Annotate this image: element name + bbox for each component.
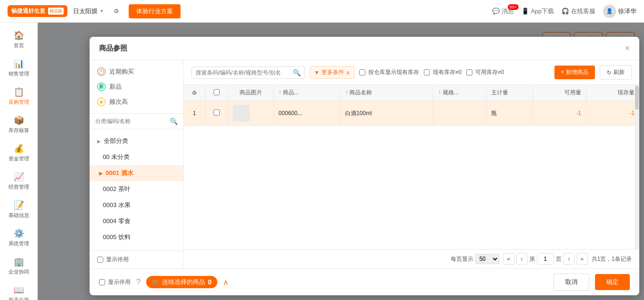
available-stock-filter[interactable]: 可用库存≠0 [466,68,504,76]
sidebar-item-finance[interactable]: 💰 资金管理 [1,140,37,166]
user-menu[interactable]: 👤 徐泽华 [603,5,636,18]
category-item-snack[interactable]: 0004 零食 [90,213,183,229]
trial-button[interactable]: 体验行业方案 [129,4,181,18]
sidebar-item-basic[interactable]: 📝 基础信息 [1,196,37,223]
table-row[interactable]: 1 000600... 白酒100ml 瓶 -1 [184,101,639,126]
cancel-button[interactable]: 取消 [553,274,589,291]
sidebar-item-collab[interactable]: 🏢 企业协同 [1,253,37,279]
row-spec [433,101,487,126]
service-button[interactable]: 🎧 在线客服 [561,7,595,16]
warehouse-stock-filter[interactable]: 按仓库显示现有库存 [359,68,419,76]
category-item-beverage[interactable]: 0005 饮料 [90,229,183,245]
confirm-button[interactable]: 确定 [595,274,630,290]
product-search-icon[interactable]: 🔍 [293,69,301,76]
modal-footer: 显示停用 ? 🛒 连续选择的商品 0 ∧ 取消 确定 [90,268,639,295]
row-num: 1 [184,101,205,126]
next-page-button[interactable]: › [563,253,575,265]
sidebar-item-guide-label: 新手引导 [8,297,29,300]
row-unit: 瓶 [487,101,533,126]
refresh-icon: ↻ [607,69,611,76]
app-label: App下载 [531,7,554,16]
warehouse-stock-label: 按仓库显示现有库存 [368,68,419,76]
page-navigation: « ‹ 第 页 › » [503,253,588,265]
category-item-all[interactable]: ▶ 全部分类 [90,133,183,149]
frequent-tab[interactable]: ★ 频次高 [90,94,183,109]
water-label: 0008 水 [103,249,124,250]
app-download-button[interactable]: 📱 App下载 [521,7,554,16]
sidebar-item-system[interactable]: ⚙️ 系统管理 [1,225,37,251]
sort-name-icon: ↑ [345,89,348,96]
recent-label: 近期购买 [109,67,134,76]
product-reference-modal: 商品参照 × 🕐 近期购买 新 新品 [90,37,639,295]
sidebar-item-sales[interactable]: 📊 销售管理 [1,55,37,81]
per-page-label: 每页显示 [451,255,473,263]
show-disabled-footer-checkbox[interactable] [99,279,105,285]
category-item-unclassified[interactable]: 00 未分类 [90,149,183,165]
headset-icon: 🎧 [561,8,569,15]
store-selector[interactable]: 日太阳膜 ▼ [73,7,104,16]
more-filter-button[interactable]: ▼ 更多条件 ∧ [310,66,355,79]
sidebar-item-purchase[interactable]: 📋 采购管理 [1,83,37,109]
guide-icon: 📖 [14,285,24,295]
settings-icon[interactable]: ⚙ [110,5,123,18]
pagination: 每页显示 50 10 20 100 « ‹ 第 [184,249,639,268]
sidebar-item-inventory[interactable]: 📦 库存核算 [1,111,37,138]
recent-icon: 🕐 [97,67,106,76]
category-item-tea[interactable]: 0002 茶叶 [90,181,183,197]
business-icon: 📈 [14,172,24,182]
table-scrollbar[interactable] [635,85,639,249]
app-icon: 📱 [521,8,529,15]
show-disabled-checkbox[interactable] [97,257,103,263]
row-stock: -1 [586,101,639,126]
prev-page-button[interactable]: ‹ [516,253,528,265]
show-disabled-footer-check[interactable]: 显示停用 [99,278,131,286]
store-name: 日太阳膜 [73,7,98,16]
sort-asc-icon: ↑ [279,89,281,96]
page-unit: 页 [556,255,561,263]
select-all-checkbox[interactable] [214,89,220,95]
store-arrow-icon: ▼ [99,8,104,14]
last-page-button[interactable]: » [577,253,588,265]
per-page-select[interactable]: 50 10 20 100 [475,254,499,264]
sidebar-item-business[interactable]: 📈 经营管理 [1,168,37,194]
sidebar-item-home[interactable]: 🏠 首页 [1,26,37,53]
cart-button[interactable]: 🛒 连续选择的商品 0 [146,276,217,288]
modal-close-button[interactable]: × [625,43,630,53]
sidebar-item-finance-label: 资金管理 [8,155,29,162]
available-stock-checkbox[interactable] [466,69,472,75]
logo-badge: 精品版 [48,8,64,15]
sidebar-item-guide[interactable]: 📖 新手引导 [1,281,37,300]
liquor-arrow-icon: ▶ [99,171,103,176]
category-item-fruit[interactable]: 0003 水果 [90,197,183,213]
message-icon: 💬 [492,8,500,15]
collapse-cart-icon[interactable]: ∧ [223,278,229,287]
page-info: 共1页，1条记录 [592,255,632,263]
purchase-icon: 📋 [14,87,24,97]
add-product-button[interactable]: + 新增商品 [554,66,595,79]
sidebar-item-inventory-label: 库存核算 [8,127,29,134]
page-number-input[interactable] [537,253,554,265]
category-search-icon[interactable]: 🔍 [170,117,178,125]
product-search-input[interactable] [196,69,290,76]
basic-icon: 📝 [14,200,24,210]
first-page-button[interactable]: « [503,253,514,265]
warehouse-stock-checkbox[interactable] [359,69,365,75]
show-disabled-footer-label: 显示停用 [108,278,131,286]
row-checkbox[interactable] [214,109,220,116]
current-stock-filter[interactable]: 现有库存≠0 [424,68,462,76]
recent-purchase-tab[interactable]: 🕐 近期购买 [90,64,183,79]
sidebar-item-basic-label: 基础信息 [8,212,29,219]
arrow-icon: ▶ [97,139,101,144]
category-item-liquor[interactable]: ▶ 0001 酒水 [90,165,183,181]
message-button[interactable]: 💬 消息 99+ [492,7,514,16]
username: 徐泽华 [618,7,636,16]
category-item-water[interactable]: 0008 水 [90,245,183,250]
help-icon[interactable]: ? [136,278,140,286]
refresh-button[interactable]: ↻ 刷新 [600,65,632,80]
new-product-tab[interactable]: 新 新品 [90,79,183,94]
th-unit: 主计量 [487,85,533,101]
product-toolbar: 🔍 ▼ 更多条件 ∧ 按仓库显示现有库存 [184,60,639,85]
category-search-input[interactable] [95,118,167,125]
logo[interactable]: 畅捷通好生意 精品版 [8,5,67,17]
current-stock-checkbox[interactable] [424,69,430,75]
